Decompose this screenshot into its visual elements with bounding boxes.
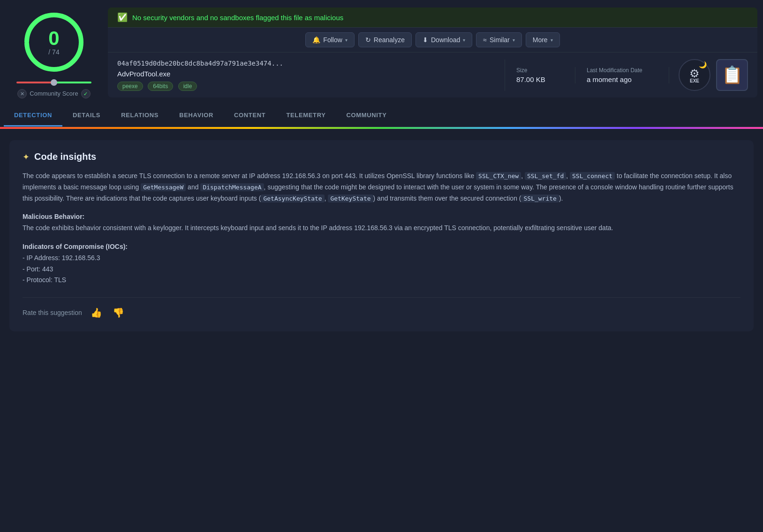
score-total: / 74 [48,48,59,56]
more-button[interactable]: More ▾ [526,32,560,47]
ioc-1: - IP Address: 192.168.56.3 [23,254,100,262]
info-panel: ✅ No security vendors and no sandboxes f… [108,7,757,97]
download-chevron-icon: ▾ [463,37,465,43]
download-icon: ⬇ [423,36,428,44]
malicious-body: The code exhibits behavior consistent wi… [23,224,613,232]
alert-text: No security vendors and no sandboxes fla… [132,14,343,22]
thumbs-up-button[interactable]: 👍 [89,305,104,320]
document-icon: 📋 [722,65,743,85]
exe-icon: ⚙ EXE 🌙 [679,59,710,91]
file-name: AdvProdTool.exe [117,70,495,78]
bell-icon: 🔔 [312,36,320,44]
insights-paragraph-1: The code appears to establish a secure T… [23,171,740,204]
tab-content[interactable]: CONTENT [224,105,276,127]
ioc-2: - Port: 443 [23,265,53,273]
alert-bar: ✅ No security vendors and no sandboxes f… [108,7,757,28]
ioc-3: - Protocol: TLS [23,276,66,284]
similar-label: Similar [490,36,510,44]
download-button[interactable]: ⬇ Download ▾ [415,32,472,47]
moddate-label: Last Modification Date [587,67,657,74]
moddate-value: a moment ago [587,75,657,83]
insights-heading: Code insights [34,151,96,162]
tab-detection[interactable]: DETECTION [4,105,62,127]
size-label: Size [516,67,564,74]
similar-icon: ≈ [483,36,487,44]
ioc-section-title: Indicators of Compromise (IOCs): [23,243,128,250]
tab-details[interactable]: DETAILS [62,105,111,127]
score-panel: 0 / 74 ✕ Community Score ✓ [0,5,108,100]
content-area: ✦ Code insights The code appears to esta… [0,129,763,343]
reanalyze-button[interactable]: ↻ Reanalyze [358,32,412,47]
file-tags: peexe 64bits idle [117,82,495,91]
insights-ioc-section: Indicators of Compromise (IOCs): - IP Ad… [23,241,740,286]
tag-idle[interactable]: idle [178,82,197,91]
insights-body: The code appears to establish a secure T… [23,171,740,286]
tag-64bits[interactable]: 64bits [148,82,173,91]
check-circle-icon: ✅ [117,12,128,22]
score-text: 0 / 74 [48,29,59,56]
moon-icon: 🌙 [699,61,707,68]
doc-icon: 📋 [716,59,748,91]
file-icons: ⚙ EXE 🌙 📋 [669,59,748,91]
community-score-label: Community Score [30,90,78,97]
community-close-button[interactable]: ✕ [17,89,27,98]
action-bar: 🔔 Follow ▾ ↻ Reanalyze ⬇ Download ▾ ≈ Si… [108,28,757,52]
community-score-bar: ✕ Community Score ✓ [12,82,96,98]
nav-tabs: DETECTION DETAILS RELATIONS BEHAVIOR CON… [0,105,763,127]
insights-malicious-section: Malicious Behavior: The code exhibits be… [23,211,740,234]
similar-button[interactable]: ≈ Similar ▾ [476,32,521,47]
bar-track [16,82,91,83]
star-icon: ✦ [23,152,30,162]
file-size-block: Size 87.00 KB [505,67,575,83]
similar-chevron-icon: ▾ [513,37,515,43]
refresh-icon: ↻ [365,36,371,44]
file-moddate-block: Last Modification Date a moment ago [575,67,669,83]
score-circle: 0 / 74 [21,9,87,75]
file-info-row: 04af0519d0dbe20bc8dc8ba4d97a791ae3e3474.… [108,52,757,97]
reanalyze-label: Reanalyze [374,36,405,44]
size-value: 87.00 KB [516,75,564,83]
follow-label: Follow [323,36,342,44]
insights-card: ✦ Code insights The code appears to esta… [9,140,754,331]
thumbs-down-button[interactable]: 👎 [111,305,126,320]
malicious-section-title: Malicious Behavior: [23,213,84,220]
tag-peexe[interactable]: peexe [117,82,143,91]
file-hash: 04af0519d0dbe20bc8dc8ba4d97a791ae3e3474.… [117,60,495,67]
exe-label: EXE [690,78,699,83]
community-check-button[interactable]: ✓ [81,89,91,98]
community-label-row: ✕ Community Score ✓ [17,89,90,98]
more-chevron-icon: ▾ [551,37,553,43]
tab-telemetry[interactable]: TELEMETRY [276,105,336,127]
tab-behavior[interactable]: BEHAVIOR [169,105,224,127]
follow-button[interactable]: 🔔 Follow ▾ [305,32,354,47]
file-hash-name: 04af0519d0dbe20bc8dc8ba4d97a791ae3e3474.… [117,60,505,91]
top-section: 0 / 74 ✕ Community Score ✓ ✅ No security… [0,0,763,105]
rate-row: Rate this suggestion 👍 👎 [23,297,740,320]
tab-relations[interactable]: RELATIONS [111,105,169,127]
bar-thumb [51,79,57,86]
tab-community[interactable]: COMMUNITY [336,105,397,127]
follow-chevron-icon: ▾ [345,37,348,43]
rate-label: Rate this suggestion [23,309,82,316]
insights-title: ✦ Code insights [23,151,740,162]
more-label: More [533,36,548,44]
score-number: 0 [48,29,59,48]
download-label: Download [431,36,460,44]
